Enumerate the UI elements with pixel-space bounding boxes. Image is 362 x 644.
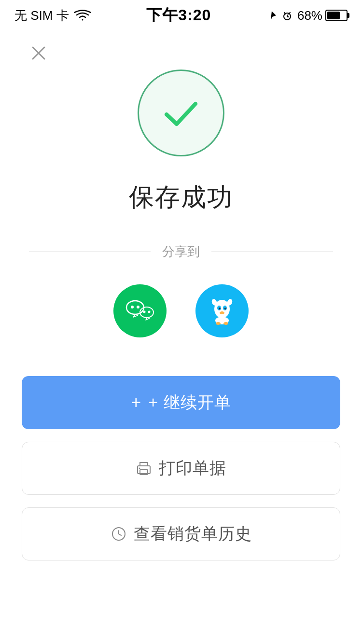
battery-percentage: 68% <box>297 8 322 23</box>
wifi-icon <box>74 9 91 22</box>
print-button[interactable]: 打印单据 <box>22 442 340 495</box>
wechat-logo-icon <box>125 298 155 324</box>
action-buttons: + + 继续开单 打印单据 查看销货单历史 <box>22 376 340 560</box>
main-content: 保存成功 分享到 <box>0 31 362 560</box>
svg-point-10 <box>148 311 151 313</box>
svg-point-9 <box>143 311 146 313</box>
share-label: 分享到 <box>151 243 211 260</box>
status-left: 无 SIM 卡 <box>14 7 91 24</box>
svg-point-5 <box>126 301 144 314</box>
divider-line-right <box>211 252 333 252</box>
continue-label: + 继续开单 <box>148 392 231 414</box>
battery-fill <box>327 12 340 19</box>
location-icon <box>266 10 277 21</box>
continue-button[interactable]: + + 继续开单 <box>22 376 340 429</box>
status-bar: 无 SIM 卡 下午3:20 68% <box>0 0 362 31</box>
divider-line-left <box>29 252 151 252</box>
status-time: 下午3:20 <box>146 5 211 26</box>
no-sim-label: 无 SIM 卡 <box>14 7 69 24</box>
success-title: 保存成功 <box>129 181 233 214</box>
print-label: 打印单据 <box>159 457 226 479</box>
print-icon <box>136 460 152 476</box>
svg-point-7 <box>131 306 134 308</box>
battery-indicator: 68% <box>297 8 348 23</box>
share-qq-button[interactable] <box>195 284 249 337</box>
qq-logo-icon <box>207 295 237 326</box>
share-icons-container <box>113 284 249 337</box>
svg-point-16 <box>220 308 221 308</box>
close-button[interactable] <box>24 39 53 68</box>
status-right: 68% <box>266 8 348 23</box>
svg-point-18 <box>220 311 224 314</box>
share-divider: 分享到 <box>0 243 362 260</box>
history-label: 查看销货单历史 <box>134 523 252 545</box>
svg-point-8 <box>137 306 139 308</box>
battery-icon <box>325 10 348 21</box>
alarm-icon <box>282 10 292 21</box>
plus-icon: + <box>131 392 141 413</box>
success-circle <box>138 70 224 156</box>
history-button[interactable]: 查看销货单历史 <box>22 507 340 560</box>
svg-point-23 <box>223 322 228 325</box>
history-icon <box>111 526 127 542</box>
checkmark-icon <box>159 91 203 135</box>
svg-point-22 <box>216 322 221 325</box>
svg-point-26 <box>139 468 140 469</box>
svg-point-17 <box>225 308 226 308</box>
share-wechat-button[interactable] <box>113 284 167 337</box>
